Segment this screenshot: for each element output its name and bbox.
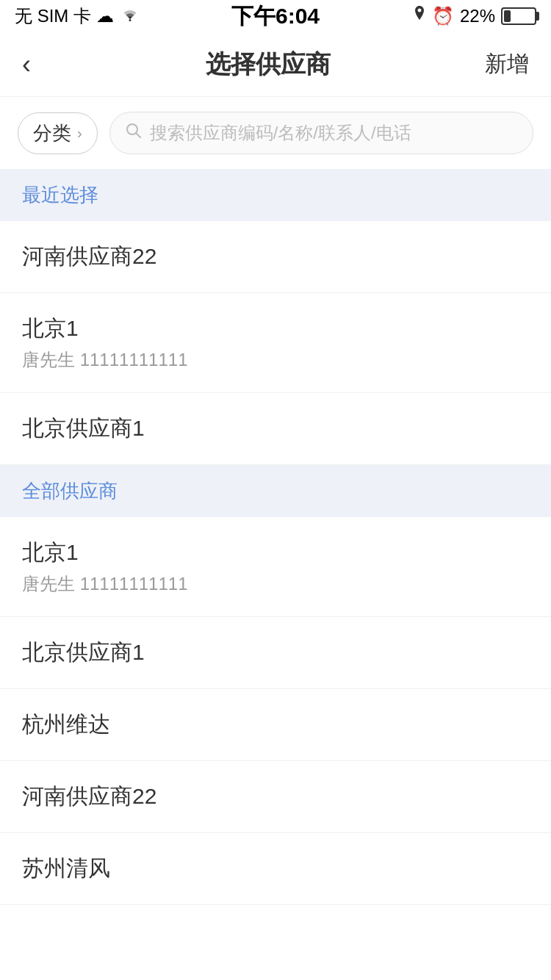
alarm-icon: ⏰ <box>432 6 454 26</box>
list-item[interactable]: 北京供应商1 <box>0 393 551 465</box>
item-name: 河南供应商22 <box>22 242 529 272</box>
search-placeholder: 搜索供应商编码/名称/联系人/电话 <box>150 121 411 145</box>
status-right: ⏰ 22% <box>413 6 536 26</box>
list-item[interactable]: 杭州维达 <box>0 689 551 761</box>
battery-icon <box>501 7 536 25</box>
list-item[interactable]: 北京1 唐先生 11111111111 <box>0 517 551 617</box>
page-title: 选择供应商 <box>206 48 331 82</box>
chevron-right-icon: › <box>77 125 82 142</box>
search-box[interactable]: 搜索供应商编码/名称/联系人/电话 <box>109 112 533 154</box>
status-time: 下午6:04 <box>231 1 320 32</box>
location-icon <box>413 6 426 26</box>
item-sub: 唐先生 11111111111 <box>22 348 529 372</box>
category-button[interactable]: 分类 › <box>18 112 98 154</box>
item-name: 苏州清风 <box>22 854 529 884</box>
item-name: 北京供应商1 <box>22 414 529 444</box>
svg-point-0 <box>129 19 131 21</box>
all-section-header: 全部供应商 <box>0 465 551 517</box>
category-label: 分类 <box>33 120 71 146</box>
list-item[interactable]: 河南供应商22 <box>0 761 551 833</box>
wifi-icon <box>120 6 140 26</box>
back-button[interactable]: ‹ <box>22 49 66 80</box>
nav-bar: ‹ 选择供应商 新增 <box>0 32 551 97</box>
list-item[interactable]: 河南供应商22 <box>0 221 551 293</box>
status-bar: 无 SIM 卡 ☁ 下午6:04 ⏰ 22% <box>0 0 551 32</box>
add-button[interactable]: 新增 <box>470 49 529 79</box>
battery-text: 22% <box>460 6 495 26</box>
list-item[interactable]: 北京1 唐先生 11111111111 <box>0 293 551 393</box>
item-name: 河南供应商22 <box>22 782 529 812</box>
sim-status: 无 SIM 卡 ☁ <box>15 4 114 28</box>
search-icon <box>125 122 143 144</box>
item-name: 北京1 <box>22 538 529 568</box>
item-name: 北京1 <box>22 314 529 344</box>
filter-bar: 分类 › 搜索供应商编码/名称/联系人/电话 <box>0 97 551 169</box>
all-list: 北京1 唐先生 11111111111 北京供应商1 杭州维达 河南供应商22 … <box>0 517 551 905</box>
recent-list: 河南供应商22 北京1 唐先生 11111111111 北京供应商1 <box>0 221 551 465</box>
svg-line-2 <box>136 134 140 138</box>
item-name: 北京供应商1 <box>22 638 529 668</box>
recent-section-header: 最近选择 <box>0 169 551 221</box>
list-item[interactable]: 北京供应商1 <box>0 617 551 689</box>
list-item[interactable]: 苏州清风 <box>0 833 551 905</box>
item-sub: 唐先生 11111111111 <box>22 572 529 596</box>
item-name: 杭州维达 <box>22 710 529 740</box>
status-left: 无 SIM 卡 ☁ <box>15 4 140 28</box>
